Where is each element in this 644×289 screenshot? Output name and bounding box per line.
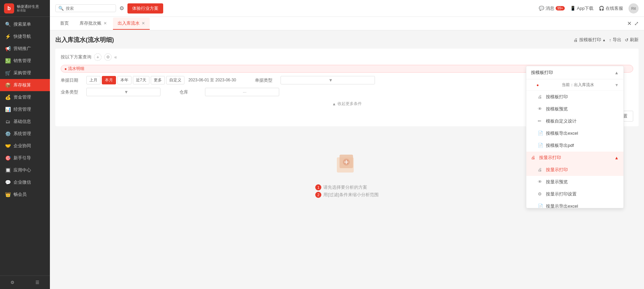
tab-home[interactable]: 首页 xyxy=(55,18,74,30)
filter-header: 按以下方案查询 + ⚙ « xyxy=(61,53,633,61)
sidebar-item-system[interactable]: ⚙️ 系统管理 xyxy=(0,128,50,140)
window-controls: ✕ ⤢ xyxy=(627,20,639,27)
refresh-icon: ↺ xyxy=(625,37,628,43)
search-box[interactable]: 🔍 xyxy=(55,4,116,12)
tabs-bar: 首页 库存批次账 ✕ 出入库流水 ✕ ✕ ⤢ xyxy=(50,17,644,30)
template-export-excel-item[interactable]: 📄 按模板导出excel xyxy=(526,127,623,139)
date-label: 单据日期 xyxy=(61,77,81,83)
sidebar-item-enterprise[interactable]: 🤝 企业协同 xyxy=(0,140,50,152)
enterprise-wechat-icon: 💬 xyxy=(5,179,11,185)
printer-icon: 🖨 xyxy=(574,37,578,43)
sidebar-item-guide[interactable]: 🎯 新手引导 xyxy=(0,152,50,164)
inventory-icon: 📦 xyxy=(5,82,11,88)
tab-close-flow[interactable]: ✕ xyxy=(142,21,145,26)
print-dropdown-scrollable: 按模板打印 ▲ ● 当前：出入库流水 ▼ 🖨 按模板打印 👁 按模板预览 xyxy=(526,66,623,208)
sidebar-item-enterprise-wechat[interactable]: 💬 企业微信 xyxy=(0,176,50,188)
print-dropdown-close-arrow[interactable]: ▲ xyxy=(614,70,619,75)
print-dropdown-arrow[interactable]: ▲ xyxy=(603,38,606,42)
sidebar-item-base[interactable]: 🗂 基础信息 xyxy=(0,115,50,128)
export-button[interactable]: ↑ 导出 xyxy=(609,37,622,43)
print-button[interactable]: 🖨 按模板打印 ▲ xyxy=(574,37,606,43)
date-btn-last-7[interactable]: 近7天 xyxy=(133,76,149,84)
page-header: 出入库流水(流水明细) 🖨 按模板打印 ▲ ↑ 导出 ↺ 刷新 xyxy=(55,36,639,44)
business-label: 业务类型 xyxy=(61,89,81,95)
trial-button[interactable]: 体验行业方案 xyxy=(127,3,163,14)
enterprise-icon: 🤝 xyxy=(5,143,11,149)
display-section-header[interactable]: 🖨 按显示打印 ▲ xyxy=(526,152,623,164)
sidebar-bottom: ⚙ ☰ xyxy=(0,275,50,289)
template-excel-icon: 📄 xyxy=(538,131,543,136)
topbar-right: 💬 消息 99+ 📱 App下载 🎧 在线客服 Rit xyxy=(539,3,639,14)
date-btn-current-year[interactable]: 本年 xyxy=(117,76,131,84)
app-name-text: 畅捷通好生意 标准版 xyxy=(17,4,39,13)
sales-icon: 💹 xyxy=(5,58,11,64)
type-label: 单据类型 xyxy=(255,77,275,83)
sidebar-item-finance[interactable]: 💰 资金管理 xyxy=(0,91,50,103)
display-export-excel-item[interactable]: 📄 按显示导出excel xyxy=(526,200,623,208)
warehouse-select[interactable]: ··· xyxy=(205,88,279,96)
refresh-button[interactable]: ↺ 刷新 xyxy=(625,37,639,43)
app-download-button[interactable]: 📱 App下载 xyxy=(570,5,593,11)
sidebar-item-search[interactable]: 🔍 搜索菜单 xyxy=(0,18,50,30)
empty-illustration xyxy=(333,151,360,178)
date-btn-custom[interactable]: 自定义 xyxy=(166,76,184,84)
filter-collapse-button[interactable]: « xyxy=(114,54,117,60)
template-preview-item[interactable]: 👁 按模板预览 xyxy=(526,103,623,115)
service-button[interactable]: 🎧 在线客服 xyxy=(599,5,623,11)
system-icon: ⚙️ xyxy=(5,131,11,137)
sidebar-item-marketing[interactable]: 📢 营销推广 xyxy=(0,43,50,55)
current-label: ● xyxy=(536,83,539,87)
date-range-text: 2023-06-01 至 2023-06-30 xyxy=(188,77,236,83)
tab-flow[interactable]: 出入库流水 ✕ xyxy=(113,18,150,30)
tab-batch[interactable]: 库存批次账 ✕ xyxy=(75,18,112,30)
sidebar-item-quick-nav[interactable]: ⚡ 快捷导航 xyxy=(0,30,50,43)
expand-window-button[interactable]: ⤢ xyxy=(634,20,639,27)
gear-icon[interactable]: ⚙ xyxy=(119,5,124,11)
sidebar-item-purchase[interactable]: 🛒 采购管理 xyxy=(0,67,50,79)
print-dropdown-current[interactable]: ● 当前：出入库流水 ▼ xyxy=(526,79,623,91)
template-custom-icon: ✏ xyxy=(538,119,543,124)
template-preview-icon: 👁 xyxy=(538,106,543,112)
display-print-settings-item[interactable]: ⚙ 按显示打印设置 xyxy=(526,188,623,200)
filter-title: 按以下方案查询 xyxy=(61,54,91,60)
sidebar-item-inventory[interactable]: 📦 库存核算 xyxy=(0,79,50,91)
tab-close-batch[interactable]: ✕ xyxy=(104,21,107,26)
date-btn-last-month[interactable]: 上月 xyxy=(86,76,100,84)
filter-setting-button[interactable]: ⚙ xyxy=(104,53,112,61)
sidebar-item-member[interactable]: 👑 畅会员 xyxy=(0,188,50,201)
warehouse-label: 仓库 xyxy=(179,89,200,95)
date-btn-current-month[interactable]: 本月 xyxy=(102,76,116,84)
template-export-pdf-item[interactable]: 📄 按模板导出pdf xyxy=(526,139,623,152)
search-input[interactable] xyxy=(66,6,106,11)
display-preview-item[interactable]: 👁 按显示预览 xyxy=(526,176,623,188)
sidebar-logo: b 畅捷通好生意 标准版 xyxy=(0,0,50,17)
template-print-item[interactable]: 🖨 按模板打印 xyxy=(526,91,623,103)
message-button[interactable]: 💬 消息 99+ xyxy=(539,5,565,11)
collapse-sidebar-button[interactable]: ☰ xyxy=(33,279,42,286)
current-arrow: ▼ xyxy=(615,83,619,87)
empty-tip-1: 1 请先选择要分析的方案 xyxy=(315,184,378,190)
template-custom-item[interactable]: ✏ 模板自定义设计 xyxy=(526,115,623,127)
business-select[interactable]: ▼ xyxy=(86,88,160,96)
type-select[interactable]: ▼ xyxy=(281,76,375,84)
settings-button[interactable]: ⚙ xyxy=(8,279,17,286)
export-icon: ↑ xyxy=(609,37,612,43)
user-avatar[interactable]: Rit xyxy=(628,3,639,14)
sidebar-item-app-center[interactable]: 🔲 应用中心 xyxy=(0,164,50,176)
sidebar-item-sales[interactable]: 💹 销售管理 xyxy=(0,55,50,67)
page-content: 出入库流水(流水明细) 🖨 按模板打印 ▲ ↑ 导出 ↺ 刷新 xyxy=(50,30,644,289)
app-center-icon: 🔲 xyxy=(5,167,11,173)
phone-icon: 📱 xyxy=(570,6,576,11)
date-btn-more[interactable]: 更多 xyxy=(151,76,165,84)
filter-add-button[interactable]: + xyxy=(94,53,101,61)
empty-tip-2: 2 用[过滤]条件来缩小分析范围 xyxy=(315,192,378,198)
close-window-button[interactable]: ✕ xyxy=(627,20,632,27)
display-settings-icon: ⚙ xyxy=(538,191,543,197)
empty-tips: 1 请先选择要分析的方案 2 用[过滤]条件来缩小分析范围 xyxy=(315,183,378,199)
template-pdf-icon: 📄 xyxy=(538,143,543,148)
sidebar-item-business[interactable]: 📊 经营管理 xyxy=(0,103,50,115)
page-actions: 🖨 按模板打印 ▲ ↑ 导出 ↺ 刷新 xyxy=(574,37,639,43)
display-print-item[interactable]: 🖨 按显示打印 xyxy=(526,164,623,176)
base-icon: 🗂 xyxy=(5,119,11,125)
guide-icon: 🎯 xyxy=(5,155,11,161)
